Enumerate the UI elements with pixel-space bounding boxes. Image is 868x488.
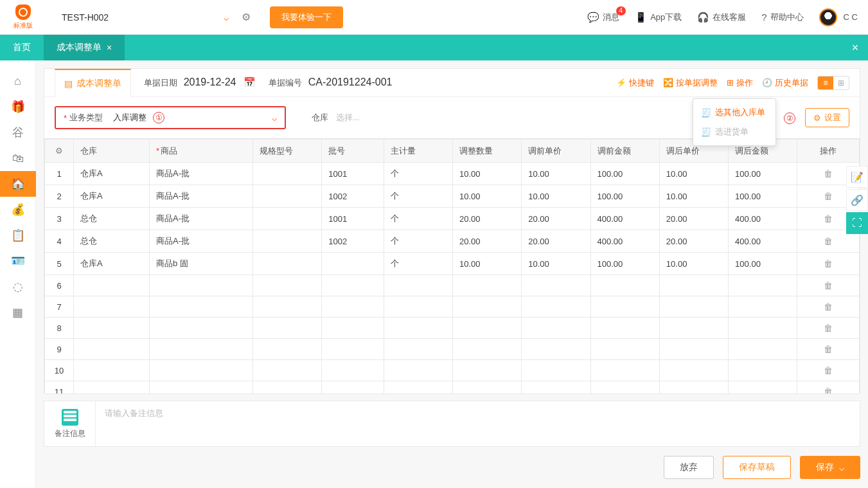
delete-row-icon[interactable]: 🗑: [824, 168, 833, 179]
by-order-link[interactable]: 🔀按单据调整: [663, 77, 718, 89]
tabbar-close-button[interactable]: ×: [842, 35, 868, 60]
help-icon: ?: [761, 12, 766, 23]
notepad-icon: [62, 409, 78, 426]
warehouse-select[interactable]: 仓库 选择...: [312, 112, 360, 123]
col-gear[interactable]: ⚙: [45, 140, 74, 163]
remarks-card: 备注信息 请输入备注信息: [44, 401, 860, 447]
shortcut-link[interactable]: ⚡快捷键: [616, 77, 654, 89]
settings-gear-icon[interactable]: ⚙: [242, 11, 251, 23]
view-list-icon[interactable]: ≡: [818, 77, 833, 89]
rail-gift-icon[interactable]: 🎁: [0, 94, 36, 120]
messages-link[interactable]: 💬 消息 4: [587, 12, 619, 23]
table-row[interactable]: 9🗑: [45, 339, 860, 360]
rail-home-icon[interactable]: ⌂: [0, 68, 36, 94]
help-center-link[interactable]: ? 帮助中心: [761, 12, 803, 23]
annotation-circle-2: ②: [784, 113, 795, 124]
col-warehouse: 仓库: [74, 140, 150, 163]
form-title-tab[interactable]: ▤ 成本调整单: [55, 69, 131, 97]
view-grid-icon[interactable]: ⊞: [833, 77, 849, 89]
save-draft-button[interactable]: 保存草稿: [723, 456, 791, 479]
form-header: ▤ 成本调整单 单据日期 2019-12-24 📅 单据编号 CA-201912…: [44, 69, 860, 97]
rail-house-icon[interactable]: ⾕: [0, 120, 36, 145]
business-type-select[interactable]: * 业务类型 入库调整 ① ⌵: [55, 106, 286, 129]
username-label: C C: [844, 12, 858, 22]
top-header: 标准版 TEST-H002 ⌵ ⚙ 我要体验一下 💬 消息 4 📱 App下载 …: [0, 0, 868, 35]
table-row[interactable]: 6🗑: [45, 275, 860, 296]
rail-clipboard-icon[interactable]: 📋: [0, 222, 36, 248]
table-row[interactable]: 3总仓商品A-批1001个20.0020.00400.0020.00400.00…: [45, 208, 860, 230]
messages-badge: 4: [616, 6, 626, 15]
col-op: 操作: [797, 140, 860, 163]
lightning-icon: ⚡: [616, 78, 626, 87]
logo-label: 标准版: [13, 21, 33, 30]
save-button[interactable]: 保存⌵: [800, 456, 860, 479]
float-expand-icon[interactable]: ⛶: [846, 212, 868, 234]
bill-date-field[interactable]: 单据日期 2019-12-24 📅: [144, 77, 256, 89]
delete-row-icon[interactable]: 🗑: [824, 280, 833, 291]
logo-icon: [15, 5, 31, 20]
delete-row-icon[interactable]: 🗑: [824, 365, 833, 375]
data-table-wrap: ⚙ 仓库 *商品 规格型号 批号 主计量 调整数量 调前单价 调前金额 调后单价…: [44, 138, 860, 393]
message-icon: 💬: [587, 12, 599, 23]
adjust-icon: 🔀: [663, 78, 673, 87]
col-preprice: 调前单价: [522, 140, 590, 163]
table-row[interactable]: 11🗑: [45, 381, 860, 394]
table-row[interactable]: 2仓库A商品A-批1002个10.0010.00100.0010.00100.0…: [45, 185, 860, 208]
annotation-circle-1: ①: [153, 112, 164, 123]
delete-row-icon[interactable]: 🗑: [824, 191, 833, 201]
right-float-toolbar: 📝 🔗 ⛶: [846, 166, 868, 235]
app-download-link[interactable]: 📱 App下载: [635, 12, 682, 23]
tab-close-icon[interactable]: ×: [107, 42, 112, 53]
rail-warehouse-icon[interactable]: 🏠: [0, 171, 36, 197]
history-link[interactable]: 🕘历史单据: [762, 77, 808, 89]
form-card: ▤ 成本调整单 单据日期 2019-12-24 📅 单据编号 CA-201912…: [44, 68, 860, 394]
col-unit: 主计量: [384, 140, 452, 163]
doc-icon: 🧾: [701, 127, 711, 137]
try-experience-button[interactable]: 我要体验一下: [270, 6, 343, 28]
delete-row-icon[interactable]: 🗑: [824, 302, 833, 312]
delete-row-icon[interactable]: 🗑: [824, 323, 833, 333]
dd-other-inbound[interactable]: 🧾选其他入库单: [693, 103, 775, 122]
float-link-icon[interactable]: 🔗: [846, 189, 868, 211]
calendar-icon[interactable]: 📅: [244, 77, 256, 87]
rail-new-icon[interactable]: ▦: [0, 300, 36, 325]
table-row[interactable]: 7🗑: [45, 296, 860, 318]
table-row[interactable]: 1仓库A商品A-批1001个10.0010.00100.0010.00100.0…: [45, 163, 860, 185]
rail-sync-icon[interactable]: ◌: [0, 274, 36, 300]
history-icon: 🕘: [762, 78, 772, 87]
tab-home[interactable]: 首页: [0, 35, 44, 60]
phone-icon: 📱: [635, 12, 647, 23]
table-row[interactable]: 10🗑: [45, 360, 860, 381]
delete-row-icon[interactable]: 🗑: [824, 386, 833, 393]
tab-cost-adjust[interactable]: 成本调整单 ×: [44, 35, 125, 60]
operation-link[interactable]: ⊞操作: [727, 77, 753, 89]
rail-money-icon[interactable]: 💰: [0, 197, 36, 222]
online-service-link[interactable]: 🎧 在线客服: [697, 12, 746, 23]
chevron-down-icon: ⌵: [224, 12, 229, 23]
col-product: *商品: [150, 140, 253, 163]
rail-user-card-icon[interactable]: 🪪: [0, 248, 36, 274]
document-icon: ▤: [64, 78, 73, 89]
settings-button[interactable]: ⚙设置: [805, 108, 849, 127]
chevron-down-icon: ⌵: [272, 113, 277, 123]
logo[interactable]: 标准版: [10, 5, 36, 30]
order-source-dropdown: 🧾选其他入库单 🧾选进货单: [693, 98, 776, 146]
remarks-input[interactable]: 请输入备注信息: [96, 401, 860, 446]
tenant-name: TEST-H002: [62, 12, 109, 23]
user-avatar[interactable]: [819, 8, 837, 26]
delete-row-icon[interactable]: 🗑: [824, 236, 833, 246]
abandon-button[interactable]: 放弃: [664, 456, 714, 479]
table-row[interactable]: 5仓库A商品b 固个10.0010.00100.0010.00100.00🗑: [45, 253, 860, 275]
delete-row-icon[interactable]: 🗑: [824, 213, 833, 224]
float-note-icon[interactable]: 📝: [846, 166, 868, 188]
delete-row-icon[interactable]: 🗑: [824, 344, 833, 354]
gear-icon: ⚙: [813, 113, 821, 123]
table-row[interactable]: 4总仓商品A-批1002个20.0020.00400.0020.00400.00…: [45, 230, 860, 253]
footer-actions: 放弃 保存草稿 保存⌵: [44, 456, 860, 479]
table-row[interactable]: 8🗑: [45, 318, 860, 339]
col-batch: 批号: [322, 140, 384, 163]
tenant-selector[interactable]: TEST-H002 ⌵: [62, 12, 229, 23]
rail-bag-icon[interactable]: 🛍: [0, 145, 36, 171]
data-table: ⚙ 仓库 *商品 规格型号 批号 主计量 调整数量 调前单价 调前金额 调后单价…: [44, 139, 860, 393]
delete-row-icon[interactable]: 🗑: [824, 258, 833, 269]
